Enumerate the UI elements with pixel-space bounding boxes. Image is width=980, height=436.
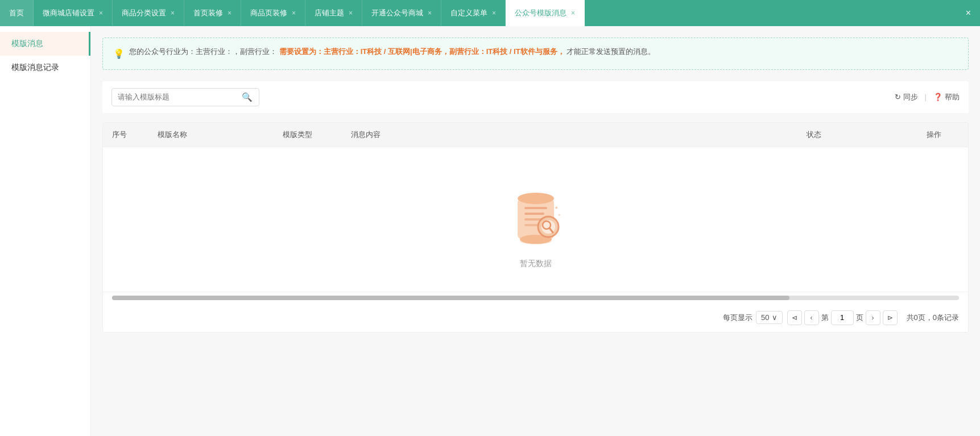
page-input[interactable] <box>831 310 854 325</box>
tab-custom-menu[interactable]: 自定义菜单 × <box>441 0 506 26</box>
th-content: 消息内容 <box>342 123 797 147</box>
tab-category-settings-close[interactable]: × <box>171 9 175 17</box>
scrollbar-thumb[interactable] <box>112 296 789 300</box>
tab-open-mall-close[interactable]: × <box>428 9 432 17</box>
tab-template-message-close[interactable]: × <box>571 9 575 17</box>
th-type: 模版类型 <box>274 123 342 147</box>
th-seq: 序号 <box>103 123 148 147</box>
search-input[interactable] <box>112 89 237 105</box>
notice-box: 💡 您的公众号行业为：主营行业：，副营行业： 需要设置为：主营行业：IT科技 /… <box>102 38 969 70</box>
svg-rect-5 <box>524 213 544 215</box>
svg-text:✦: ✦ <box>557 213 561 218</box>
search-actions: ↻ 同步 | ❓ 帮助 <box>895 92 960 102</box>
tab-product-decoration-label: 商品页装修 <box>250 8 287 18</box>
close-all-btn[interactable]: × <box>957 8 980 18</box>
empty-icon: ✦ ✦ <box>502 181 570 250</box>
tab-custom-menu-label: 自定义菜单 <box>450 8 487 18</box>
search-button[interactable]: 🔍 <box>237 89 257 106</box>
sidebar-item-template-msg-label: 模版消息 <box>11 39 43 48</box>
content-area: 💡 您的公众号行业为：主营行业：，副营行业： 需要设置为：主营行业：IT科技 /… <box>91 26 980 436</box>
tab-home-label: 首页 <box>9 8 24 18</box>
svg-rect-4 <box>524 207 547 209</box>
tab-template-message[interactable]: 公众号模版消息 × <box>506 0 585 26</box>
tab-shop-settings-close[interactable]: × <box>99 9 103 17</box>
help-button[interactable]: ❓ 帮助 <box>933 92 960 102</box>
th-action: 操作 <box>900 123 968 147</box>
per-page-select[interactable]: 50 ∨ <box>756 311 782 324</box>
notice-text: 您的公众号行业为：主营行业：，副营行业： 需要设置为：主营行业：IT科技 / 互… <box>129 46 655 58</box>
help-label: 帮助 <box>945 92 960 102</box>
tab-custom-menu-close[interactable]: × <box>492 9 496 17</box>
pagination: 每页显示 50 ∨ ⊲ ‹ 第 页 › ⊳ 共0页，0条记录 <box>103 304 968 332</box>
tab-shop-settings-label: 微商城店铺设置 <box>43 8 94 18</box>
tab-store-theme-label: 店铺主题 <box>315 8 344 18</box>
tab-home[interactable]: 首页 <box>0 0 34 26</box>
notice-prefix: 您的公众号行业为：主营行业：，副营行业： <box>129 47 277 56</box>
tab-store-theme-close[interactable]: × <box>349 9 353 17</box>
main-layout: 模版消息 模版消息记录 💡 您的公众号行业为：主营行业：，副营行业： 需要设置为… <box>0 26 980 436</box>
notice-highlight: 需要设置为：主营行业：IT科技 / 互联网|电子商务，副营行业：IT科技 / I… <box>279 47 565 56</box>
sidebar-item-template-msg-records-label: 模版消息记录 <box>11 63 59 72</box>
svg-point-2 <box>518 193 554 204</box>
per-page-group: 每页显示 50 ∨ <box>723 311 782 324</box>
sidebar-item-template-msg[interactable]: 模版消息 <box>0 32 90 56</box>
notice-suffix: 才能正常发送预置的消息。 <box>567 47 655 56</box>
svg-text:✦: ✦ <box>554 205 559 211</box>
th-name: 模版名称 <box>148 123 274 147</box>
empty-text: 暂无数据 <box>520 259 552 269</box>
page-label: 第 <box>821 313 829 323</box>
tab-category-settings[interactable]: 商品分类设置 × <box>113 0 184 26</box>
table-header: 序号 模版名称 模版类型 消息内容 状态 操作 <box>103 123 968 147</box>
top-nav: 首页 微商城店铺设置 × 商品分类设置 × 首页装修 × 商品页装修 × 店铺主… <box>0 0 980 26</box>
notice-icon: 💡 <box>113 47 125 61</box>
help-icon: ❓ <box>933 93 942 101</box>
data-table: 序号 模版名称 模版类型 消息内容 状态 操作 <box>102 122 969 333</box>
next-page-button[interactable]: › <box>866 310 880 325</box>
sidebar-item-template-msg-records[interactable]: 模版消息记录 <box>0 56 90 80</box>
tab-category-settings-label: 商品分类设置 <box>122 8 166 18</box>
scrollbar-track[interactable] <box>112 296 959 300</box>
first-page-button[interactable]: ⊲ <box>787 310 802 325</box>
tab-shop-settings[interactable]: 微商城店铺设置 × <box>34 0 113 26</box>
divider: | <box>925 93 927 101</box>
tab-store-theme[interactable]: 店铺主题 × <box>305 0 362 26</box>
page-nav: ⊲ ‹ 第 页 › ⊳ <box>787 310 898 325</box>
chevron-down-icon: ∨ <box>772 313 778 322</box>
last-page-button[interactable]: ⊳ <box>883 310 898 325</box>
page-unit: 页 <box>856 313 863 323</box>
sync-label: 同步 <box>903 92 918 102</box>
tab-open-mall[interactable]: 开通公众号商城 × <box>362 0 441 26</box>
scrollbar-area[interactable] <box>103 292 968 304</box>
sync-button[interactable]: ↻ 同步 <box>895 92 918 102</box>
search-bar: 🔍 ↻ 同步 | ❓ 帮助 <box>102 81 969 113</box>
per-page-value: 50 <box>761 313 769 322</box>
sidebar: 模版消息 模版消息记录 <box>0 26 91 436</box>
tab-product-decoration[interactable]: 商品页装修 × <box>241 0 305 26</box>
tab-home-decoration[interactable]: 首页装修 × <box>184 0 241 26</box>
search-input-wrap: 🔍 <box>111 88 259 106</box>
empty-state: ✦ ✦ 暂无数据 <box>103 147 968 292</box>
total-info: 共0页，0条记录 <box>907 313 959 323</box>
th-status: 状态 <box>797 123 900 147</box>
prev-page-button[interactable]: ‹ <box>804 310 819 325</box>
tab-home-decoration-close[interactable]: × <box>228 9 231 17</box>
tab-product-decoration-close[interactable]: × <box>292 9 296 17</box>
sync-icon: ↻ <box>895 93 901 101</box>
per-page-label: 每页显示 <box>723 313 752 323</box>
tab-open-mall-label: 开通公众号商城 <box>371 8 423 18</box>
tab-home-decoration-label: 首页装修 <box>193 8 223 18</box>
tab-template-message-label: 公众号模版消息 <box>515 8 567 18</box>
